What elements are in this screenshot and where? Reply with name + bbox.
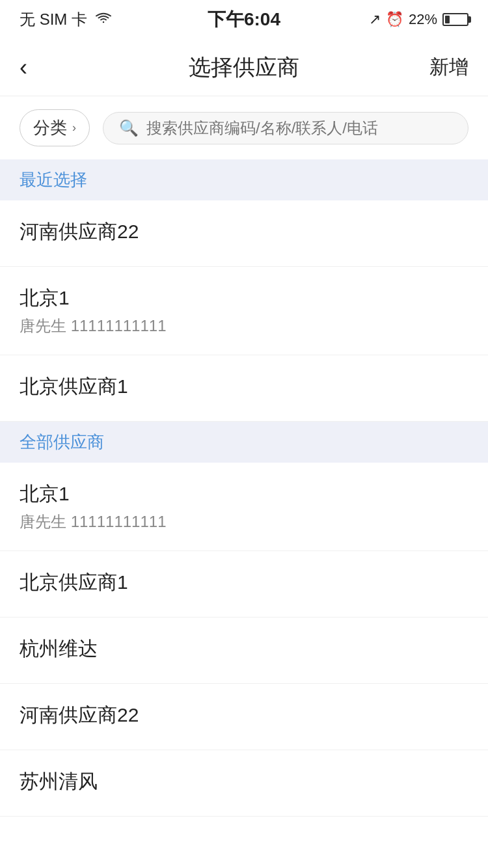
list-item[interactable]: 河南供应商22 [0, 200, 488, 267]
list-item[interactable]: 北京供应商1 [0, 355, 488, 422]
item-name: 北京1 [20, 285, 468, 312]
page-title: 选择供应商 [189, 53, 299, 83]
item-name: 河南供应商22 [20, 219, 468, 245]
item-name: 北京供应商1 [20, 373, 468, 400]
item-name: 河南供应商22 [20, 702, 468, 729]
item-sub: 唐先生 11111111111 [20, 511, 468, 532]
wifi-icon [94, 10, 113, 29]
status-right: ↗ ⏰ 22% [369, 11, 468, 28]
item-name: 苏州清风 [20, 768, 468, 795]
list-item[interactable]: 北京1唐先生 11111111111 [0, 267, 488, 355]
all-list: 北京1唐先生 11111111111北京供应商1杭州维达河南供应商22苏州清风 [0, 463, 488, 817]
status-time: 下午6:04 [208, 7, 280, 32]
category-label: 分类 [33, 116, 67, 139]
sim-status: 无 SIM 卡 [20, 9, 87, 30]
chevron-right-icon: › [72, 121, 76, 135]
recent-section-label: 最近选择 [20, 170, 87, 189]
list-item[interactable]: 北京供应商1 [0, 551, 488, 617]
all-section-label: 全部供应商 [20, 432, 104, 452]
list-item[interactable]: 河南供应商22 [0, 684, 488, 750]
direction-icon: ↗ [369, 11, 381, 28]
search-input[interactable] [146, 119, 452, 137]
item-name: 杭州维达 [20, 636, 468, 662]
add-button[interactable]: 新增 [429, 54, 468, 81]
back-button[interactable]: ‹ [20, 54, 59, 81]
item-name: 北京1 [20, 481, 468, 508]
alarm-icon: ⏰ [386, 11, 403, 28]
list-item[interactable]: 杭州维达 [0, 617, 488, 684]
nav-bar: ‹ 选择供应商 新增 [0, 39, 488, 96]
battery-percent: 22% [409, 11, 437, 28]
item-name: 北京供应商1 [20, 569, 468, 596]
battery-fill [445, 16, 450, 23]
item-sub: 唐先生 11111111111 [20, 316, 468, 336]
status-bar: 无 SIM 卡 下午6:04 ↗ ⏰ 22% [0, 0, 488, 39]
battery-icon [442, 13, 468, 26]
search-icon: 🔍 [119, 119, 139, 137]
search-box[interactable]: 🔍 [103, 112, 468, 144]
all-section-header: 全部供应商 [0, 422, 488, 463]
status-left: 无 SIM 卡 [20, 9, 113, 30]
list-item[interactable]: 北京1唐先生 11111111111 [0, 463, 488, 551]
recent-list: 河南供应商22北京1唐先生 11111111111北京供应商1 [0, 200, 488, 422]
recent-section-header: 最近选择 [0, 159, 488, 200]
category-filter[interactable]: 分类 › [20, 109, 90, 146]
filter-bar: 分类 › 🔍 [0, 96, 488, 159]
list-item[interactable]: 苏州清风 [0, 750, 488, 817]
